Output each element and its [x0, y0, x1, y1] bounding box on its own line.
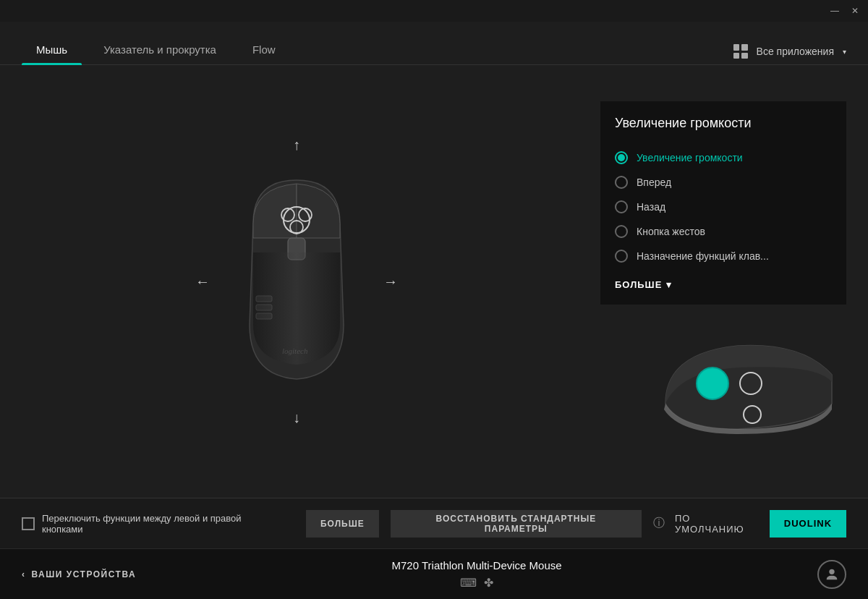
left-panel: ↑ ↓ ← → — [0, 65, 593, 498]
device-name: M720 Triathlon Multi-Device Mouse — [392, 559, 562, 572]
all-apps-label: Все приложения — [757, 46, 834, 57]
swap-buttons-label: Переключить функции между левой и правой… — [42, 513, 280, 535]
minimize-button[interactable]: — — [829, 6, 841, 16]
tab-mouse[interactable]: Мышь — [22, 35, 82, 64]
back-button[interactable]: ‹ ВАШИ УСТРОЙСТВА — [22, 569, 136, 579]
more-options-label: БОЛЬШЕ — [615, 279, 662, 290]
radio-circle-keyboard — [615, 250, 628, 263]
radio-option-back[interactable]: Назад — [615, 195, 832, 219]
reset-button[interactable]: ВОССТАНОВИТЬ СТАНДАРТНЫЕ ПАРАМЕТРЫ — [391, 510, 642, 538]
info-icon[interactable]: ⓘ — [653, 516, 665, 531]
device-info: M720 Triathlon Multi-Device Mouse ⌨ ✤ — [392, 559, 562, 590]
radio-label-vol-up: Увеличение громкости — [637, 152, 743, 163]
tab-bar: Мышь Указатель и прокрутка Flow Все прил… — [0, 22, 868, 65]
mouse-image: logitech — [224, 166, 369, 397]
radio-circle-vol-up — [615, 151, 628, 164]
user-profile-button[interactable] — [817, 560, 846, 589]
side-mouse-image — [644, 331, 846, 440]
back-chevron-icon: ‹ — [22, 569, 26, 579]
svg-point-12 — [829, 569, 834, 574]
radio-option-forward[interactable]: Вперед — [615, 170, 832, 195]
arrow-right-button[interactable]: → — [383, 273, 398, 290]
more-button[interactable]: БОЛЬШЕ — [306, 510, 379, 538]
radio-label-forward: Вперед — [637, 177, 671, 188]
checkbox-wrapper: Переключить функции между левой и правой… — [22, 513, 280, 535]
radio-label-gesture: Кнопка жестов — [637, 226, 705, 237]
title-bar: — ✕ — [0, 0, 868, 22]
radio-option-gesture[interactable]: Кнопка жестов — [615, 219, 832, 244]
right-panel: Увеличение громкости Увеличение громкост… — [593, 65, 868, 498]
apps-dropdown-arrow[interactable]: ▾ — [843, 48, 846, 56]
svg-point-9 — [697, 368, 728, 399]
radio-circle-forward — [615, 176, 628, 189]
tab-pointer[interactable]: Указатель и прокрутка — [89, 35, 231, 64]
duolink-button[interactable]: DUOLINK — [770, 510, 846, 538]
arrow-left-button[interactable]: ← — [195, 273, 210, 290]
radio-option-vol-up[interactable]: Увеличение громкости — [615, 145, 832, 170]
radio-circle-back — [615, 200, 628, 213]
apps-grid-icon[interactable] — [733, 44, 748, 59]
app-window: — ✕ Мышь Указатель и прокрутка Flow Все … — [0, 0, 868, 599]
arrow-down-button[interactable]: ↓ — [293, 409, 300, 426]
device-settings-icon: ✤ — [484, 576, 493, 590]
user-avatar-icon — [824, 566, 840, 582]
tab-bar-right: Все приложения ▾ — [733, 44, 846, 64]
footer: ‹ ВАШИ УСТРОЙСТВА M720 Triathlon Multi-D… — [0, 548, 868, 599]
radio-label-back: Назад — [637, 201, 665, 213]
more-options-chevron: ▾ — [666, 279, 672, 290]
swap-buttons-checkbox[interactable] — [22, 517, 35, 530]
dropdown-title: Увеличение громкости — [615, 116, 832, 131]
main-content: ↑ ↓ ← → — [0, 65, 868, 498]
close-button[interactable]: ✕ — [849, 6, 861, 16]
radio-label-keyboard: Назначение функций клав... — [637, 250, 769, 262]
toolbar-right: ⓘ ПО УМОЛЧАНИЮ DUOLINK — [653, 510, 846, 538]
radio-option-keyboard[interactable]: Назначение функций клав... — [615, 244, 832, 268]
bottom-toolbar: Переключить функции между левой и правой… — [0, 498, 868, 548]
arrow-up-button[interactable]: ↑ — [293, 137, 300, 153]
mouse-diagram: ↑ ↓ ← → — [188, 129, 405, 433]
default-label: ПО УМОЛЧАНИЮ — [675, 513, 760, 535]
keyboard-icon: ⌨ — [460, 576, 477, 590]
radio-circle-gesture — [615, 225, 628, 238]
dropdown-popup: Увеличение громкости Увеличение громкост… — [600, 101, 846, 305]
tab-flow[interactable]: Flow — [238, 35, 290, 64]
more-options-button[interactable]: БОЛЬШЕ ▾ — [615, 279, 672, 290]
back-label: ВАШИ УСТРОЙСТВА — [32, 569, 137, 579]
device-icons: ⌨ ✤ — [392, 576, 562, 590]
